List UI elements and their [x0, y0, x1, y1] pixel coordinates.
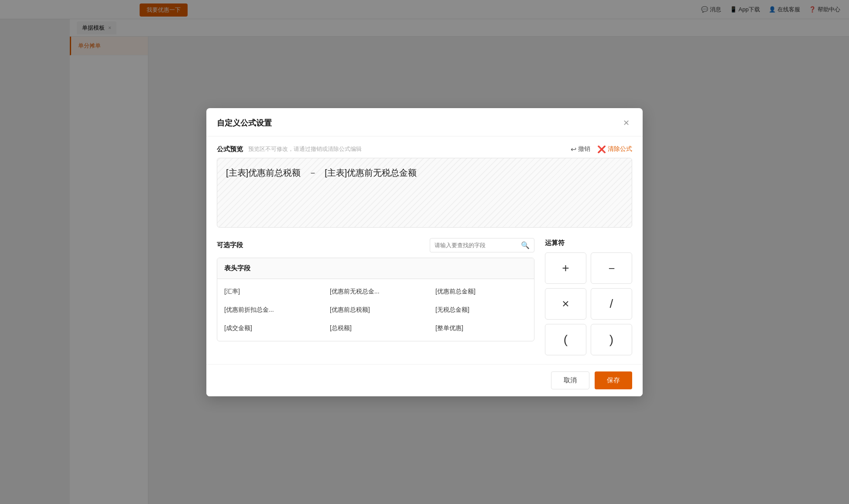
operator-left-paren[interactable]: (	[545, 324, 586, 355]
operators-grid: + － × / ( )	[545, 252, 632, 355]
fields-section-label: 可选字段	[217, 241, 243, 249]
field-item-5[interactable]: [无税总金额]	[428, 301, 534, 319]
search-box[interactable]: 🔍	[430, 238, 534, 252]
modal-header: 自定义公式设置 ✕	[206, 108, 643, 136]
search-input[interactable]	[435, 242, 518, 249]
operator-divide[interactable]: /	[591, 288, 632, 320]
fields-operators-section: 可选字段 🔍 表头字段 [汇率] [优惠前无税总金... [优惠前	[217, 238, 632, 355]
field-item-0[interactable]: [汇率]	[217, 283, 323, 301]
operators-section: 运算符 + － × / ( )	[545, 238, 632, 355]
formula-actions: ↩ 撤销 ❌ 清除公式	[571, 145, 632, 153]
field-item-7[interactable]: [总税额]	[323, 319, 428, 337]
operator-minus[interactable]: －	[591, 252, 632, 284]
formula-part-2: [主表]优惠前无税总金额	[325, 168, 417, 177]
formula-preview-header: 公式预览 预览区不可修改，请通过撤销或清除公式编辑 ↩ 撤销 ❌ 清除公式	[217, 145, 632, 153]
field-item-8[interactable]: [整单优惠]	[428, 319, 534, 337]
formula-preview-box: [主表]优惠前总税额 － [主表]优惠前无税总金额	[217, 158, 632, 228]
operator-right-paren[interactable]: )	[591, 324, 632, 355]
field-item-6[interactable]: [成交金额]	[217, 319, 323, 337]
clear-formula-button[interactable]: ❌ 清除公式	[597, 145, 632, 153]
modal-backdrop: 自定义公式设置 ✕ 公式预览 预览区不可修改，请通过撤销或清除公式编辑 ↩ 撤销…	[0, 0, 849, 504]
fields-section: 可选字段 🔍 表头字段 [汇率] [优惠前无税总金... [优惠前	[217, 238, 534, 355]
table-header-label: 表头字段	[217, 258, 534, 279]
field-item-2[interactable]: [优惠前总金额]	[428, 283, 534, 301]
modal-title: 自定义公式设置	[217, 118, 272, 128]
formula-operator-1: －	[308, 168, 317, 177]
cancel-button[interactable]: 取消	[551, 371, 589, 389]
search-icon: 🔍	[521, 241, 530, 249]
undo-label: 撤销	[578, 145, 590, 153]
modal-close-button[interactable]: ✕	[620, 117, 632, 129]
operator-plus[interactable]: +	[545, 252, 586, 284]
fields-grid: [汇率] [优惠前无税总金... [优惠前总金额] [优惠前折扣总金... [优…	[217, 279, 534, 341]
clear-label: 清除公式	[608, 145, 632, 153]
modal-body: 公式预览 预览区不可修改，请通过撤销或清除公式编辑 ↩ 撤销 ❌ 清除公式	[206, 136, 643, 364]
modal-footer: 取消 保存	[206, 364, 643, 396]
field-item-4[interactable]: [优惠前总税额]	[323, 301, 428, 319]
fields-list-box: 表头字段 [汇率] [优惠前无税总金... [优惠前总金额] [优惠前折扣总金.…	[217, 258, 534, 341]
formula-part-1: [主表]优惠前总税额	[226, 168, 301, 177]
operators-label: 运算符	[545, 238, 632, 247]
clear-icon: ❌	[597, 145, 606, 153]
formula-preview-hint: 预览区不可修改，请通过撤销或清除公式编辑	[248, 145, 362, 153]
save-button[interactable]: 保存	[595, 371, 632, 389]
fields-scroll-container[interactable]: [汇率] [优惠前无税总金... [优惠前总金额] [优惠前折扣总金... [优…	[217, 279, 534, 341]
operator-multiply[interactable]: ×	[545, 288, 586, 320]
field-item-3[interactable]: [优惠前折扣总金...	[217, 301, 323, 319]
field-item-1[interactable]: [优惠前无税总金...	[323, 283, 428, 301]
undo-button[interactable]: ↩ 撤销	[571, 145, 590, 153]
formula-display: [主表]优惠前总税额 － [主表]优惠前无税总金额	[226, 167, 623, 179]
undo-icon: ↩	[571, 145, 576, 153]
modal-dialog: 自定义公式设置 ✕ 公式预览 预览区不可修改，请通过撤销或清除公式编辑 ↩ 撤销…	[206, 108, 643, 396]
formula-preview-label: 公式预览	[217, 145, 243, 153]
fields-header: 可选字段 🔍	[217, 238, 534, 252]
